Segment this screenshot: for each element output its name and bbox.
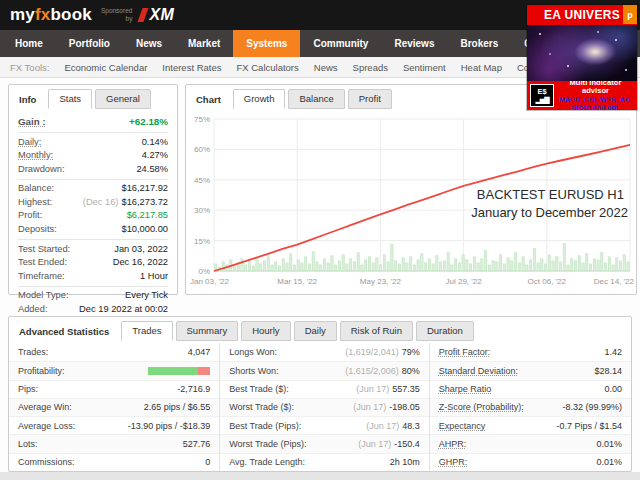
stats-label: Best Trade (Pips): (229, 421, 301, 431)
stats-value: 4,047 (188, 347, 211, 357)
info-label[interactable]: Monthly: (18, 149, 53, 163)
stats-value-prefix: (Jun 17) (366, 421, 399, 431)
tab-growth[interactable]: Growth (233, 89, 286, 109)
info-value: 1 Hour (140, 270, 168, 284)
stats-value: -8.32 (99.99%) (562, 402, 622, 412)
tab-general[interactable]: General (95, 89, 151, 109)
nav-item-systems[interactable]: Systems (233, 30, 300, 57)
stats-label[interactable]: GHPR: (439, 457, 468, 467)
info-label[interactable]: Gain : (18, 113, 46, 130)
stats-label: Worst Trade (Pips): (229, 439, 306, 449)
fx-tool-economic-calendar[interactable]: Economic Calendar (64, 62, 147, 73)
info-group: Balance:$16,217.92Highest:(Dec 16)$16,27… (18, 180, 168, 240)
tab-duration[interactable]: Duration (416, 321, 474, 341)
info-row: Added:Dec 19 2022 at 00:02 (18, 303, 168, 317)
info-label[interactable]: Daily: (18, 136, 41, 150)
tab-balance[interactable]: Balance (288, 89, 344, 109)
stats-label: Pips: (18, 384, 38, 394)
stats-tabrow: Advanced Statistics TradesSummaryHourlyD… (9, 317, 631, 341)
stats-row: Profitability: (9, 361, 219, 379)
stats-row: Average Loss:-13.90 pips / -$18.39 (9, 416, 219, 434)
stats-row: Trades:4,047 (9, 343, 219, 361)
nav-item-reviews[interactable]: Reviews (381, 30, 447, 57)
stats-value: 2.65 pips / $6.55 (144, 402, 211, 412)
ad-title[interactable]: EA UNIVERS (527, 5, 637, 25)
fx-tool-heat-map[interactable]: Heat Map (461, 62, 502, 73)
svg-text:60%: 60% (194, 145, 210, 154)
tab-risk-of-ruin[interactable]: Risk of Ruin (340, 321, 413, 341)
stats-value: -0.7 Pips / $1.54 (556, 421, 622, 431)
stats-value: $28.14 (594, 366, 622, 376)
tab-hourly[interactable]: Hourly (241, 321, 290, 341)
info-value: $10,000.00 (121, 223, 168, 237)
info-row: Balance:$16,217.92 (18, 182, 168, 196)
stats-row: Lots:527.76 (9, 434, 219, 452)
tab-summary[interactable]: Summary (176, 321, 239, 341)
stats-value: (1,619/2,041)79% (345, 347, 420, 357)
stats-label[interactable]: Profit Factor: (439, 347, 491, 357)
stats-value: (Jun 17)557.35 (356, 384, 420, 394)
tab-trades[interactable]: Trades (121, 321, 172, 341)
info-section-label: Info (17, 91, 45, 109)
svg-text:0%: 0% (198, 267, 210, 276)
stats-value-prefix: (1,615/2,006) (345, 366, 399, 376)
ad-footer[interactable]: E$ ▂▅▇ Multi Indicator advisor MACD, CCI… (527, 81, 637, 110)
tab-stats[interactable]: Stats (48, 89, 92, 109)
info-row: Highest:(Dec 16)$16,273.72 (18, 196, 168, 210)
stats-label: Shorts Won: (229, 366, 278, 376)
info-group: Gain :+62.18% (18, 110, 168, 133)
nav-item-community[interactable]: Community (300, 30, 381, 57)
stats-section-label: Advanced Statistics (17, 323, 118, 341)
stats-label[interactable]: Z-Score (Probability): (439, 402, 524, 412)
nav-item-portfolio[interactable]: Portfolio (56, 30, 123, 57)
info-row: Monthly:4.27% (18, 149, 168, 163)
nav-item-brokers[interactable]: Brokers (447, 30, 511, 57)
xm-logo[interactable]: XM (140, 6, 174, 24)
stats-label[interactable]: Standard Deviation: (439, 366, 518, 376)
nav-item-market[interactable]: Market (175, 30, 233, 57)
galaxy-image[interactable] (527, 25, 637, 81)
stats-label: Longs Won: (229, 347, 277, 357)
ea-univers-ad-banner[interactable]: EA UNIVERS p E$ ▂▅▇ Multi Indicator advi… (527, 5, 637, 110)
stats-label: Lots: (18, 439, 38, 449)
fx-tool-fx-calculators[interactable]: FX Calculators (236, 62, 298, 73)
info-value: (Dec 16)$16,273.72 (83, 196, 168, 210)
nav-item-home[interactable]: Home (2, 30, 56, 57)
tab-daily[interactable]: Daily (294, 321, 337, 341)
stats-value-prefix: (1,619/2,041) (345, 347, 399, 357)
stats-value: 0.00 (604, 384, 622, 394)
stats-label[interactable]: Sharpe Ratio (439, 384, 492, 394)
info-row: Deposits:$10,000.00 (18, 223, 168, 237)
stats-row: AHPR:0.01% (430, 434, 631, 452)
growth-chart[interactable]: 0%15%30%45%60%75%Jan 03, '22Mar 15, '22M… (188, 111, 636, 293)
info-row: Gain :+62.18% (18, 113, 168, 130)
stats-label[interactable]: Expectancy (439, 421, 486, 431)
info-label: Drawdown: (18, 163, 65, 177)
tab-profit[interactable]: Profit (348, 89, 392, 109)
info-panel: Info StatsGeneral Gain :+62.18%Daily:0.1… (8, 84, 178, 295)
stats-value: (Jun 17)48.3 (366, 421, 420, 431)
info-label: Model Type: (18, 289, 68, 303)
stats-value: (Jun 17)-150.4 (358, 439, 420, 449)
profitability-bar-green (148, 367, 198, 375)
info-group: Model Type:Every TickAdded:Dec 19 2022 a… (18, 287, 168, 319)
fx-tool-sentiment[interactable]: Sentiment (403, 62, 446, 73)
stats-value: 2h 10m (390, 457, 420, 467)
fx-tool-interest-rates[interactable]: Interest Rates (162, 62, 221, 73)
info-row: Daily:0.14% (18, 136, 168, 150)
stats-row: GHPR:0.01% (430, 453, 631, 471)
info-value: 0.14% (142, 136, 168, 150)
info-value: +62.18% (129, 113, 168, 130)
stats-row: Worst Trade (Pips):(Jun 17)-150.4 (220, 434, 429, 452)
info-label: Test Ended: (18, 256, 67, 270)
stats-row: Average Win:2.65 pips / $6.55 (9, 398, 219, 416)
fx-tool-news[interactable]: News (314, 62, 338, 73)
ad-line1: Multi Indicator advisor (557, 79, 634, 96)
nav-item-news[interactable]: News (123, 30, 175, 57)
fx-tool-spreads[interactable]: Spreads (353, 62, 388, 73)
info-value: Dec 19 2022 at 00:02 (79, 303, 168, 317)
myfxbook-logo[interactable]: myfxbook (10, 5, 92, 25)
info-row: Timeframe:1 Hour (18, 270, 168, 284)
profitability-bar (148, 367, 210, 375)
stats-label[interactable]: AHPR: (439, 439, 467, 449)
